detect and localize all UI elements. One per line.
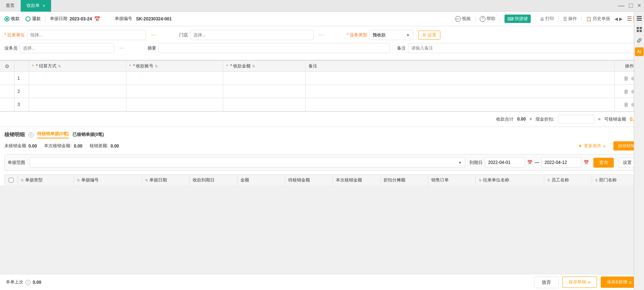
sidebar-link-icon[interactable] xyxy=(635,36,643,44)
tab-home-label: 首页 xyxy=(6,3,15,9)
calendar-from-icon[interactable]: 📅 xyxy=(527,160,533,165)
biz-chevron-icon: ▼ xyxy=(406,33,410,37)
delete-icon-3[interactable]: 🗑 xyxy=(624,102,629,107)
receipt-type-group: 收款 退款 xyxy=(4,16,41,22)
calendar-to-icon[interactable]: 📅 xyxy=(584,160,589,165)
current-value: 0.00 xyxy=(74,144,82,149)
more-conditions-btn[interactable]: ▼ 更多条件 ∧ xyxy=(578,143,606,149)
td-payment-1[interactable] xyxy=(29,72,126,85)
td-settings-3 xyxy=(0,98,15,111)
td-account-3[interactable] xyxy=(126,98,224,111)
td-amount-2[interactable] xyxy=(223,85,305,98)
td-remark-3[interactable] xyxy=(306,98,615,111)
remark-input[interactable] xyxy=(408,43,640,53)
print-btn[interactable]: 🖨 打印 xyxy=(540,16,554,22)
calendar-icon[interactable]: 📅 xyxy=(94,16,100,22)
list-view-icon[interactable]: ☰ xyxy=(627,15,632,22)
sidebar-layout-icon[interactable] xyxy=(635,26,643,34)
tab-home[interactable]: 首页 xyxy=(0,0,21,12)
td-account-2[interactable] xyxy=(126,85,224,98)
radio-refund[interactable]: 退款 xyxy=(25,16,41,22)
th-payment-label: * xyxy=(32,64,34,69)
prev-icon[interactable]: ◀ xyxy=(614,16,618,21)
td-index-1: 1 xyxy=(15,72,29,85)
td-index-3: 3 xyxy=(15,98,29,111)
tab-current[interactable]: 收款单 × xyxy=(21,0,51,12)
save-new-btn[interactable]: 保存&新增 ∧ xyxy=(601,277,638,288)
maximize-icon[interactable]: □ xyxy=(629,2,633,9)
shop-input[interactable] xyxy=(190,30,314,40)
td-remark-1[interactable] xyxy=(306,72,615,85)
tab-close-icon[interactable]: × xyxy=(43,3,45,8)
verify-info-icon[interactable]: i xyxy=(28,132,34,137)
dth-date-sort[interactable]: ⇅ xyxy=(145,178,148,182)
td-amount-3[interactable] xyxy=(223,98,305,111)
operate-btn[interactable]: ☰ 操作 xyxy=(563,16,577,22)
th-amount-sort[interactable]: ⇅ xyxy=(252,64,255,68)
td-remark-2[interactable] xyxy=(306,85,615,98)
query-btn[interactable]: 查询 xyxy=(593,158,614,168)
biz-type-select[interactable]: 预收款 ▼ xyxy=(369,30,413,40)
sidebar-table-icon[interactable] xyxy=(635,15,643,23)
th-payment: * * 结算方式 ⇅ xyxy=(29,61,126,71)
dth-staff-sort[interactable]: ⇅ xyxy=(547,178,550,182)
range-select[interactable]: ▼ xyxy=(30,157,465,168)
video-btn[interactable]: ▷ 视频 xyxy=(455,16,471,22)
remark-label: 备注 xyxy=(397,45,406,51)
shop-label: 门店 xyxy=(179,32,188,38)
delete-icon-1[interactable]: 🗑 xyxy=(624,75,629,81)
abandon-btn[interactable]: 放弃 xyxy=(534,277,559,288)
due-date-from[interactable] xyxy=(485,157,525,168)
dth-dept-sort[interactable]: ⇅ xyxy=(595,178,598,182)
due-date-range: 到期日 📅 — 📅 xyxy=(470,157,589,168)
tab-done[interactable]: 已核销单据(0笔) xyxy=(72,132,104,138)
svg-rect-6 xyxy=(640,30,642,32)
dth-staff-text: 员工名称 xyxy=(551,177,569,183)
total-label: 收款合计 xyxy=(496,116,514,122)
td-amount-1[interactable] xyxy=(223,72,305,85)
next-icon[interactable]: ▶ xyxy=(619,16,623,21)
save-new-chevron[interactable]: ∧ xyxy=(629,280,632,285)
td-payment-2[interactable] xyxy=(29,85,126,98)
divider2 xyxy=(500,16,500,22)
staff-input[interactable] xyxy=(20,43,114,53)
save-draft-btn[interactable]: 保存草稿 ∧ xyxy=(562,277,597,288)
delete-icon-2[interactable]: 🗑 xyxy=(624,89,629,94)
dth-billno-sort[interactable]: ⇅ xyxy=(77,178,80,182)
plus-sign: + xyxy=(529,117,532,122)
staff-more-btn[interactable]: ··· xyxy=(118,45,125,51)
shop-more-btn[interactable]: ··· xyxy=(317,32,325,38)
svg-rect-0 xyxy=(637,16,642,17)
select-all-checkbox[interactable] xyxy=(9,178,13,183)
history-btn[interactable]: 📋 历史单据 xyxy=(586,16,610,22)
td-payment-3[interactable] xyxy=(29,98,126,111)
shortcut-btn[interactable]: ⌨ 快捷键 xyxy=(504,15,531,23)
svg-rect-3 xyxy=(637,27,639,29)
tab-pending[interactable]: 待核销单据(0笔) xyxy=(37,131,69,138)
sidebar-ai-icon[interactable]: Ai xyxy=(635,47,644,56)
radio-receipt-dot xyxy=(4,16,9,21)
dth-partner-sort[interactable]: ⇅ xyxy=(479,178,482,182)
table-settings-icon[interactable]: ⚙ xyxy=(5,63,9,69)
td-account-1[interactable] xyxy=(126,72,224,85)
receipt-table: ⚙ * * 结算方式 ⇅ * * 收款账号 ⇅ * * 收款金额 ⇅ 备注 xyxy=(0,60,644,111)
bill-group: 单据编号 SK-20230324-001 xyxy=(110,16,172,22)
dth-type-sort[interactable]: ⇅ xyxy=(21,178,24,182)
radio-receipt[interactable]: 收款 xyxy=(4,16,20,22)
minimize-icon[interactable]: — xyxy=(618,2,625,9)
help-btn[interactable]: ? 帮助 xyxy=(480,16,495,22)
th-payment-sort[interactable]: ⇅ xyxy=(58,64,61,68)
partner-more-btn[interactable]: ··· xyxy=(150,32,157,38)
summary-input[interactable] xyxy=(158,43,390,53)
discount-input[interactable] xyxy=(558,115,594,124)
close-icon[interactable]: × xyxy=(637,2,641,9)
bottom-info-icon[interactable]: i xyxy=(25,280,31,285)
th-account-sort[interactable]: ⇅ xyxy=(155,64,158,68)
save-draft-chevron[interactable]: ∧ xyxy=(588,280,591,285)
partner-input[interactable] xyxy=(27,30,146,40)
bottom-info-value: 0.00 xyxy=(33,280,41,285)
dth-staff: ⇅ 员工名称 xyxy=(544,175,592,185)
settings-btn[interactable]: ⚙ 设置 xyxy=(418,31,440,40)
toolbar-right: ▷ 视频 ? 帮助 ⌨ 快捷键 🖨 打印 ☰ 操作 📋 历史单据 ◀ xyxy=(455,15,640,23)
due-date-to[interactable] xyxy=(541,157,581,168)
